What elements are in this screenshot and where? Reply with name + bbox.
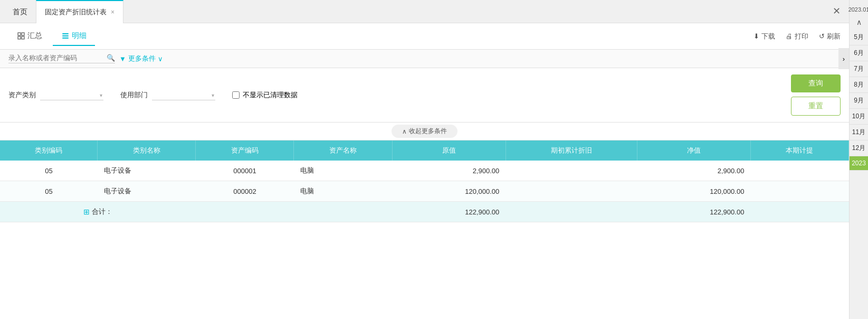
- svg-rect-5: [62, 35, 69, 36]
- use-department-select-wrap[interactable]: [152, 90, 215, 100]
- hide-cleared-checkbox-wrap[interactable]: 不显示已清理数据: [232, 90, 298, 100]
- col-asset-name: 资产名称: [294, 140, 392, 161]
- month-item[interactable]: 10月: [850, 109, 868, 125]
- month-item[interactable]: 8月: [850, 77, 868, 93]
- cell-net-value: 120,000.00: [637, 181, 750, 202]
- active-tab[interactable]: 固定资产折旧统计表 ×: [36, 0, 123, 23]
- active-year-item[interactable]: 2023: [850, 156, 868, 171]
- collapse-more-section: ∧ 收起更多条件: [0, 123, 849, 140]
- refresh-action[interactable]: ↺ 刷新: [819, 32, 841, 41]
- print-icon: 🖨: [786, 32, 793, 40]
- month-item[interactable]: 12月: [850, 140, 868, 156]
- cell-asset-name: 电脑: [294, 161, 392, 181]
- asset-category-label: 资产类别: [8, 90, 36, 100]
- panel-collapse-btn[interactable]: ›: [838, 48, 849, 69]
- right-panel: 2023.01 ∧ 5月6月7月8月9月10月11月12月2023: [849, 0, 868, 319]
- collapse-more-btn[interactable]: ∧ 收起更多条件: [392, 125, 457, 138]
- collapse-up-icon: ∧: [402, 128, 407, 135]
- table-header-row: 类别编码 类别名称 资产编码 资产名称 原值 期初累计折旧 净值 本期计提: [0, 140, 849, 161]
- svg-rect-4: [62, 33, 69, 34]
- total-icon: ⊞: [83, 208, 90, 216]
- advanced-filter: 资产类别 使用部门 不显示已清理数据: [0, 68, 849, 123]
- query-button[interactable]: 查询: [791, 74, 841, 92]
- svg-rect-2: [18, 36, 21, 39]
- filter-row-1: 资产类别 使用部门 不显示已清理数据: [8, 74, 841, 116]
- use-department-field: 使用部门: [120, 90, 215, 100]
- cell-original-value: 120,000.00: [392, 181, 505, 202]
- reset-button[interactable]: 重置: [791, 97, 841, 116]
- col-category-name: 类别名称: [98, 140, 196, 161]
- cell-category-name: 电子设备: [98, 161, 196, 181]
- data-table-wrap: 类别编码 类别名称 资产编码 资产名称 原值 期初累计折旧 净值 本期计提 05…: [0, 140, 849, 319]
- data-table: 类别编码 类别名称 资产编码 资产名称 原值 期初累计折旧 净值 本期计提 05…: [0, 140, 849, 222]
- asset-category-select[interactable]: [40, 90, 103, 100]
- cell-asset-code: 000002: [196, 181, 294, 202]
- toolbar-tabs: 汇总 明细: [8, 27, 95, 46]
- toolbar-actions: ⬇ 下载 🖨 打印 ↺ 刷新: [753, 32, 841, 41]
- more-conditions-btn[interactable]: ▼ 更多条件 ∨: [119, 54, 163, 63]
- col-original-value: 原值: [392, 140, 505, 161]
- svg-rect-6: [62, 37, 69, 39]
- detail-tab[interactable]: 明细: [53, 27, 95, 46]
- col-accumulated-depreciation: 期初累计折旧: [505, 140, 637, 161]
- month-item[interactable]: 5月: [850, 30, 868, 45]
- total-row: ⊞ 合计： 122,900.00 122,900.00: [0, 202, 849, 222]
- cell-net-value: 2,900.00: [637, 161, 750, 181]
- download-label: 下载: [761, 32, 775, 41]
- total-label-cell: ⊞ 合计：: [0, 202, 196, 222]
- refresh-label: 刷新: [827, 32, 841, 41]
- table-row: 05 电子设备 000002 电脑 120,000.00 120,000.00: [0, 181, 849, 202]
- total-current-period: [750, 202, 848, 222]
- tab-close-icon[interactable]: ×: [111, 1, 115, 24]
- more-conditions-label: 更多条件: [128, 54, 156, 63]
- summary-icon: [17, 32, 25, 40]
- table-row: 05 电子设备 000001 电脑 2,900.00 2,900.00: [0, 161, 849, 181]
- download-action[interactable]: ⬇ 下载: [753, 32, 775, 41]
- total-asset-code: [196, 202, 294, 222]
- use-department-select[interactable]: [152, 90, 215, 100]
- month-item[interactable]: 11月: [850, 125, 868, 140]
- col-net-value: 净值: [637, 140, 750, 161]
- month-item[interactable]: 9月: [850, 93, 868, 109]
- refresh-icon: ↺: [819, 32, 825, 40]
- col-current-period: 本期计提: [750, 140, 848, 161]
- collapse-more-label: 收起更多条件: [409, 127, 447, 136]
- toolbar: 汇总 明细 ⬇ 下载 🖨 打印: [0, 23, 849, 50]
- summary-tab-label: 汇总: [27, 31, 42, 41]
- search-icon[interactable]: 🔍: [107, 54, 115, 62]
- total-original-value: 122,900.00: [392, 202, 505, 222]
- nav-up-btn[interactable]: ∧: [850, 15, 868, 30]
- month-item[interactable]: 6月: [850, 45, 868, 61]
- cell-asset-code: 000001: [196, 161, 294, 181]
- print-action[interactable]: 🖨 打印: [786, 32, 808, 41]
- months-list: 5月6月7月8月9月10月11月12月2023: [850, 30, 868, 171]
- download-icon: ⬇: [753, 32, 759, 40]
- search-input[interactable]: [8, 54, 103, 62]
- total-label-text: 合计：: [92, 207, 112, 217]
- hide-cleared-checkbox[interactable]: [232, 91, 240, 99]
- month-item[interactable]: 7月: [850, 61, 868, 77]
- summary-tab[interactable]: 汇总: [8, 27, 51, 46]
- col-category-code: 类别编码: [0, 140, 98, 161]
- detail-icon: [61, 32, 70, 40]
- active-tab-label: 固定资产折旧统计表: [45, 1, 107, 24]
- chevron-down-icon: ∨: [158, 55, 163, 63]
- total-asset-name: [294, 202, 392, 222]
- detail-tab-label: 明细: [72, 31, 87, 41]
- svg-rect-3: [22, 36, 24, 39]
- cell-category-code: 05: [0, 181, 98, 202]
- window-close-icon[interactable]: ✕: [833, 5, 841, 17]
- cell-current-period: [750, 161, 848, 181]
- cell-current-period: [750, 181, 848, 202]
- col-asset-code: 资产编码: [196, 140, 294, 161]
- filter-icon: ▼: [119, 55, 126, 63]
- hide-cleared-label: 不显示已清理数据: [243, 90, 298, 100]
- asset-category-select-wrap[interactable]: [40, 90, 103, 100]
- search-wrap[interactable]: 🔍: [8, 54, 115, 63]
- home-tab[interactable]: 首页: [4, 0, 36, 23]
- total-net-value: 122,900.00: [637, 202, 750, 222]
- filter-bar: 🔍 ▼ 更多条件 ∨ ›: [0, 50, 849, 68]
- date-display: 2023.01: [847, 4, 868, 15]
- cell-original-value: 2,900.00: [392, 161, 505, 181]
- svg-rect-1: [22, 33, 24, 35]
